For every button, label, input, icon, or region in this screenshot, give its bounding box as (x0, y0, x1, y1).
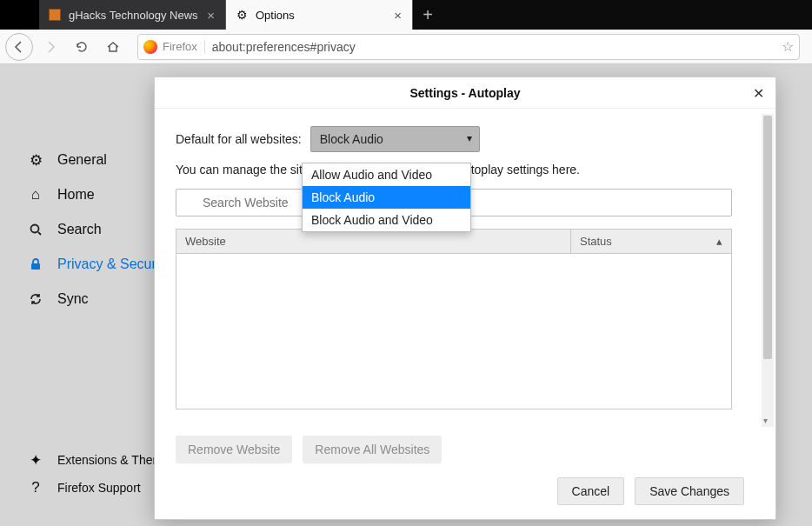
identity-box[interactable]: Firefox (143, 40, 205, 54)
ghacks-favicon (48, 8, 62, 22)
titlebar-spacer (0, 0, 39, 30)
close-icon[interactable]: × (205, 8, 216, 23)
url-bar[interactable]: Firefox about:preferences#privacy ☆ (137, 34, 800, 60)
save-changes-button[interactable]: Save Changes (635, 477, 744, 505)
remove-all-websites-button[interactable]: Remove All Websites (303, 436, 442, 463)
option-block-audio-video[interactable]: Block Audio and Video (303, 209, 470, 231)
column-status-label: Status (580, 235, 612, 248)
tab-options[interactable]: ⚙ Options × (226, 0, 413, 30)
default-label: Default for all websites: (176, 132, 302, 146)
column-website[interactable]: Website (176, 230, 570, 253)
gear-icon: ⚙ (235, 8, 249, 22)
preferences-content: ⚙ General ⌂ Home Search Privacy & Securi… (0, 64, 812, 526)
dialog-body: ▾ Default for all websites: Block Audio … (155, 109, 775, 432)
option-block-audio[interactable]: Block Audio (303, 186, 470, 209)
scrollbar[interactable]: ▾ (762, 114, 774, 427)
home-button[interactable] (99, 33, 127, 61)
new-tab-button[interactable]: + (413, 0, 443, 30)
back-button[interactable] (5, 33, 33, 61)
arrow-left-icon (12, 40, 26, 54)
remove-website-button[interactable]: Remove Website (176, 436, 292, 463)
dialog-close-button[interactable]: ✕ (746, 81, 770, 105)
scrollbar-thumb[interactable] (763, 116, 772, 359)
dialog-titlebar: Settings - Autoplay ✕ (155, 77, 775, 109)
hint-post: utoplay settings here. (464, 163, 580, 176)
forward-button (37, 33, 64, 61)
select-value: Block Audio (320, 132, 383, 146)
dialog-title: Settings - Autoplay (409, 86, 520, 100)
nav-toolbar: Firefox about:preferences#privacy ☆ (0, 30, 812, 64)
reload-icon (75, 40, 89, 54)
url-text: about:preferences#privacy (212, 40, 775, 54)
identity-label: Firefox (163, 40, 197, 53)
column-status[interactable]: Status ▴ (570, 230, 731, 253)
sort-up-icon: ▴ (716, 235, 722, 248)
tab-strip: gHacks Technology News × ⚙ Options × + (0, 0, 812, 30)
table-body (176, 254, 731, 409)
hint-pre: You can manage the sites (176, 163, 316, 176)
bookmark-star-icon[interactable]: ☆ (782, 38, 794, 55)
dialog-footer-remove: Remove Website Remove All Websites (155, 432, 775, 472)
table-header: Website Status ▴ (176, 230, 731, 254)
autoplay-settings-dialog: Settings - Autoplay ✕ ▾ Default for all … (154, 77, 776, 520)
close-icon[interactable]: × (392, 8, 403, 23)
default-autoplay-select[interactable]: Block Audio ▾ (310, 126, 480, 152)
tab-ghacks[interactable]: gHacks Technology News × (39, 0, 226, 30)
exceptions-table: Website Status ▴ (176, 229, 732, 409)
chevron-down-icon[interactable]: ▾ (763, 416, 768, 425)
chevron-down-icon: ▾ (467, 132, 472, 144)
reload-button[interactable] (68, 33, 96, 61)
firefox-icon (143, 40, 157, 54)
dialog-footer-actions: Cancel Save Changes (155, 472, 775, 519)
tab-label: gHacks Technology News (69, 9, 205, 22)
option-allow-audio-video[interactable]: Allow Audio and Video (303, 163, 470, 186)
tab-label: Options (256, 9, 392, 22)
arrow-right-icon (43, 40, 57, 54)
default-row: Default for all websites: Block Audio ▾ (176, 126, 744, 152)
default-autoplay-dropdown: Allow Audio and Video Block Audio Block … (302, 163, 471, 232)
cancel-button[interactable]: Cancel (557, 477, 625, 505)
home-icon (106, 40, 120, 54)
